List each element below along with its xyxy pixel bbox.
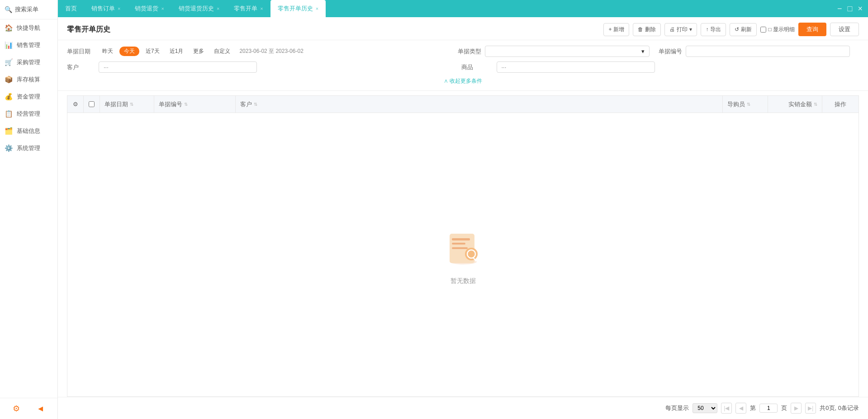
sidebar-item-finance[interactable]: 💰资金管理 [0, 88, 57, 105]
date-range-text: 2023-06-02 至 2023-06-02 [239, 47, 303, 55]
last-page-button[interactable]: ▶| [805, 403, 816, 414]
bill-no-input[interactable] [686, 46, 850, 57]
sidebar-item-label: 快捷导航 [17, 24, 40, 32]
sidebar-item-label: 系统管理 [17, 144, 40, 152]
date-btn-自定义[interactable]: 自定义 [210, 47, 234, 56]
date-filter-label: 单据日期 [67, 47, 99, 56]
goods-input[interactable] [497, 61, 655, 73]
tab-sales-return-history[interactable]: 销货退货历史× [171, 0, 227, 17]
th-date[interactable]: 单据日期 ⇅ [100, 96, 154, 113]
collapse-sidebar-icon[interactable]: ◄ [37, 404, 45, 414]
page-input[interactable] [759, 404, 778, 413]
export-icon: ↑ [706, 26, 708, 33]
print-icon: 🖨 [669, 26, 675, 33]
tab-close-icon[interactable]: × [316, 6, 318, 11]
tab-close-icon[interactable]: × [118, 6, 120, 11]
window-maximize[interactable]: □ [848, 4, 853, 14]
tab-close-icon[interactable]: × [217, 6, 219, 11]
query-button[interactable]: 查询 [798, 23, 826, 36]
table-header: ⚙ 单据日期 ⇅ 单据编号 ⇅ 客户 ⇅ 导购员 [67, 95, 859, 113]
sidebar-search[interactable]: 🔍 搜索采单 [0, 0, 57, 19]
add-icon: + [608, 26, 612, 33]
collapse-button[interactable]: ∧ 收起更多条件 [67, 77, 859, 85]
bill-no-label: 单据编号 [659, 47, 686, 56]
th-client[interactable]: 客户 ⇅ [236, 96, 723, 113]
table-area: ⚙ 单据日期 ⇅ 单据编号 ⇅ 客户 ⇅ 导购员 [58, 91, 868, 397]
display-detail-checkbox[interactable]: □ 显示明细 [760, 26, 795, 33]
th-amount[interactable]: 实销金额 ⇅ [768, 96, 822, 113]
next-page-button[interactable]: ▶ [791, 403, 802, 414]
th-guide-sort-icon: ⇅ [747, 102, 750, 107]
page-title: 零售开单历史 [67, 25, 110, 34]
th-check[interactable] [84, 96, 100, 113]
per-page-label: 每页显示 [665, 404, 689, 412]
tab-sales-return[interactable]: 销货退货× [128, 0, 171, 17]
th-action: 操作 [822, 96, 859, 113]
delete-button[interactable]: 🗑 删除 [633, 23, 661, 36]
tab-home[interactable]: 首页 [58, 0, 84, 17]
th-bill-no[interactable]: 单据编号 ⇅ [154, 96, 236, 113]
svg-rect-3 [452, 243, 465, 245]
settings-button[interactable]: 设置 [830, 23, 859, 36]
refresh-icon: ↺ [735, 26, 739, 33]
sidebar-item-label: 库存核算 [17, 75, 40, 84]
th-guide[interactable]: 导购员 ⇅ [723, 96, 768, 113]
date-btn-近1月[interactable]: 近1月 [166, 47, 187, 56]
page-header: 零售开单历史 + 新增 🗑 删除 🖨 打印 ▾ ↑ 导出 [58, 17, 868, 40]
collapse-label: ∧ 收起更多条件 [444, 77, 482, 85]
client-input[interactable] [99, 61, 257, 73]
operation-icon: 📋 [5, 110, 13, 118]
first-page-button[interactable]: |◀ [721, 403, 732, 414]
sidebar-item-basic-info[interactable]: 🗂️基础信息 [0, 122, 57, 140]
sidebar-item-inventory[interactable]: 📦库存核算 [0, 71, 57, 88]
svg-rect-2 [452, 238, 470, 240]
window-controls: − □ × [837, 4, 868, 14]
print-arrow-icon: ▾ [689, 26, 692, 33]
sidebar-item-purchase-mgmt[interactable]: 🛒采购管理 [0, 54, 57, 71]
pagination-summary: 共0页, 0条记录 [820, 404, 859, 412]
add-label: 新增 [613, 26, 624, 33]
tab-close-icon[interactable]: × [161, 6, 164, 11]
display-detail-label: □ 显示明细 [768, 26, 795, 33]
date-btn-今天[interactable]: 今天 [119, 47, 139, 56]
th-amount-label: 实销金额 [788, 100, 812, 108]
sales-mgmt-icon: 📊 [5, 41, 13, 49]
sidebar-item-system-mgmt[interactable]: ⚙️系统管理 [0, 140, 57, 157]
date-btn-近7天[interactable]: 近7天 [142, 47, 163, 56]
th-settings[interactable]: ⚙ [67, 96, 84, 113]
per-page-select[interactable]: 50 100 200 [693, 403, 717, 413]
th-action-label: 操作 [835, 100, 846, 108]
tab-retail-open-history[interactable]: 零售开单历史× [270, 0, 326, 17]
finance-icon: 💰 [5, 93, 13, 101]
delete-label: 删除 [645, 26, 656, 33]
sidebar-item-quick-nav[interactable]: 🏠快捷导航 [0, 19, 57, 37]
sidebar-item-sales-mgmt[interactable]: 📊销售管理 [0, 37, 57, 54]
tab-label: 零售开单 [234, 5, 257, 13]
select-all-checkbox[interactable] [89, 101, 95, 107]
bill-type-label: 单据类型 [458, 47, 485, 56]
export-button[interactable]: ↑ 导出 [701, 23, 726, 36]
svg-rect-4 [452, 247, 468, 249]
date-btn-更多[interactable]: 更多 [190, 47, 208, 56]
window-minimize[interactable]: − [837, 4, 842, 14]
page-label: 第 [750, 404, 756, 412]
tab-label: 销货退货历史 [179, 5, 214, 13]
display-detail-input[interactable] [760, 27, 766, 33]
bill-type-select[interactable]: ▾ [485, 46, 649, 57]
bill-type-arrow-icon: ▾ [641, 48, 645, 55]
add-button[interactable]: + 新增 [603, 23, 629, 36]
search-icon: 🔍 [5, 6, 12, 13]
print-label: 打印 [677, 26, 688, 33]
sidebar-item-label: 采购管理 [17, 58, 40, 66]
prev-page-button[interactable]: ◀ [735, 403, 746, 414]
settings-bottom-icon[interactable]: ⚙ [13, 404, 20, 414]
refresh-button[interactable]: ↺ 刷新 [730, 23, 757, 36]
sidebar-item-operation[interactable]: 📋经营管理 [0, 105, 57, 122]
print-button[interactable]: 🖨 打印 ▾ [664, 23, 697, 36]
tab-close-icon[interactable]: × [260, 6, 263, 11]
window-close[interactable]: × [858, 4, 863, 14]
date-btn-昨天[interactable]: 昨天 [99, 47, 117, 56]
refresh-label: 刷新 [741, 26, 752, 33]
tab-sales-order[interactable]: 销售订单× [84, 0, 128, 17]
tab-retail-open[interactable]: 零售开单× [227, 0, 270, 17]
